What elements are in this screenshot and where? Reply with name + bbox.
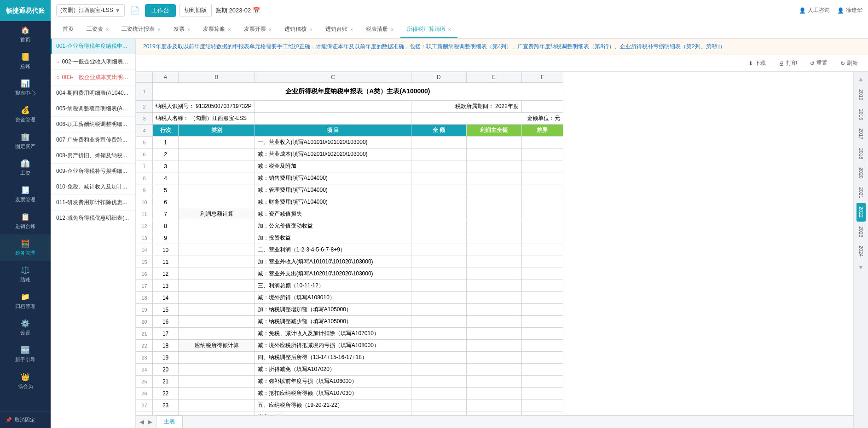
table-row: 22 18 应纳税所得额计算 减：境外应税所得抵减境内亏损（填写A108000） bbox=[136, 340, 563, 352]
warning-link-2[interactable]: 广宣费跨年度纳税调整明细表（第8行） bbox=[517, 43, 614, 50]
username-label: 徐逢华 bbox=[846, 6, 862, 14]
tab-invoice-calc[interactable]: 发票算账 × bbox=[197, 22, 237, 38]
sidebar-item-purchsales[interactable]: 📋 进销台账 bbox=[0, 208, 51, 234]
reset-icon: ↺ bbox=[810, 60, 815, 67]
year-up-arrow[interactable]: ▲ bbox=[856, 74, 866, 85]
warning-link-3[interactable]: 企业所得税补亏损明细表（第2列、第8列） bbox=[620, 43, 725, 50]
tab-purchase-ledger-close[interactable]: × bbox=[350, 27, 353, 32]
download-button[interactable]: ⬇ 下载 bbox=[746, 58, 769, 68]
report-item-003[interactable]: ○ 003-一般企业成本支出明细... bbox=[51, 70, 135, 86]
table-row: 9 5 减：管理费用(填写A104000) bbox=[136, 184, 563, 196]
sidebar-item-tax[interactable]: 🧮 税务管理 bbox=[0, 234, 51, 261]
year-2023[interactable]: 2023 bbox=[856, 223, 866, 241]
content-area: 001-企业所得税年度纳税申... ○ 002-一般企业收入明细表(A1... … bbox=[51, 39, 868, 428]
home-icon: 🏠 bbox=[21, 26, 30, 34]
user-profile[interactable]: 👤 徐逢华 bbox=[837, 6, 862, 14]
table-row: 21 17 减：免税、减计收入及加计扣除（填写A107010） bbox=[136, 328, 563, 340]
col-lineno: 行次 bbox=[153, 125, 179, 137]
year-down-arrow[interactable]: ▼ bbox=[856, 262, 866, 273]
tab-income-tax[interactable]: 所得税汇算清缴 × bbox=[400, 22, 457, 38]
nav-tabs: 首页 工资表 × 工资统计报表 × 发票 × 发票算账 × 发票开票 × 进销稽… bbox=[51, 21, 868, 39]
tab-purchase-audit[interactable]: 进销稽核 × bbox=[278, 22, 318, 38]
sidebar-label-settings: 设置 bbox=[20, 330, 30, 337]
tab-tax-table-label: 税表清册 bbox=[366, 25, 388, 33]
tab-salary-label: 工资表 bbox=[87, 25, 103, 33]
sheet-nav-prev[interactable]: ◀ bbox=[139, 418, 144, 425]
tab-purchase-audit-close[interactable]: × bbox=[309, 27, 312, 32]
year-2022[interactable]: 2022 bbox=[856, 203, 866, 221]
report-item-007[interactable]: 007-广告费和业务宣传费跨... bbox=[51, 132, 135, 148]
sidebar-item-report[interactable]: 📊 报表中心 bbox=[0, 74, 51, 101]
year-2019[interactable]: 2019 bbox=[856, 86, 866, 104]
report-item-002[interactable]: ○ 002-一般企业收入明细表(A1... bbox=[51, 54, 135, 70]
sidebar-item-ledger[interactable]: 📒 总账 bbox=[0, 48, 51, 74]
unpin-button[interactable]: 📌 取消固定 bbox=[0, 412, 51, 428]
year-2016[interactable]: 2016 bbox=[856, 105, 866, 124]
report-item-001[interactable]: 001-企业所得税年度纳税申... bbox=[51, 39, 135, 54]
tab-invoice-open[interactable]: 发票开票 × bbox=[237, 22, 278, 38]
taxpayer-id-label: 纳税人识别号： 91320500703719732P bbox=[153, 101, 255, 113]
sidebar-item-member[interactable]: 👑 畅会员 bbox=[0, 368, 51, 394]
workbench-button[interactable]: 工作台 bbox=[145, 4, 176, 17]
tab-invoice-open-close[interactable]: × bbox=[269, 27, 272, 32]
doc-icon[interactable]: 📄 bbox=[130, 6, 139, 15]
cutdate-button[interactable]: 切到旧版 bbox=[179, 4, 212, 17]
tab-invoice[interactable]: 发票 × bbox=[167, 22, 197, 38]
tab-salary-report[interactable]: 工资统计报表 × bbox=[115, 22, 167, 38]
year-2024[interactable]: 2024 bbox=[856, 242, 866, 260]
sidebar-item-settings[interactable]: ⚙️ 设置 bbox=[0, 314, 51, 341]
sidebar-label-guide: 新手引导 bbox=[15, 356, 35, 363]
year-2020[interactable]: 2020 bbox=[856, 164, 866, 182]
table-row: 10 6 减：财务费用(填写A104000) bbox=[136, 196, 563, 208]
customer-service[interactable]: 👤 人工咨询 bbox=[799, 6, 830, 14]
sidebar-label-fund: 资金管理 bbox=[15, 116, 35, 123]
sheet-nav-next[interactable]: ▶ bbox=[148, 418, 152, 425]
report-item-010[interactable]: 010-免税、减计收入及加计... bbox=[51, 179, 135, 195]
tax-period-cell: 税款所属期间： 2022年度 bbox=[411, 101, 521, 113]
print-button[interactable]: 🖨 打印 bbox=[776, 58, 800, 68]
tab-tax-table-close[interactable]: × bbox=[391, 27, 393, 32]
tab-invoice-close[interactable]: × bbox=[187, 27, 190, 32]
tab-tax-table[interactable]: 税表清册 × bbox=[359, 22, 400, 38]
report-009-label: 009-企业所得税补亏损明细... bbox=[56, 168, 127, 174]
tab-invoice-calc-close[interactable]: × bbox=[228, 27, 231, 32]
report-item-005[interactable]: 005-纳税调整项目明细表(A1... bbox=[51, 101, 135, 117]
member-icon: 👑 bbox=[21, 372, 30, 381]
sidebar-item-salary[interactable]: 👔 工资 bbox=[0, 154, 51, 181]
tab-salary-report-close[interactable]: × bbox=[157, 27, 160, 32]
report-011-label: 011-研发费用加计扣除优惠... bbox=[56, 199, 127, 205]
table-row: 11 7 利润总额计算 减：资产减值损失 bbox=[136, 208, 563, 220]
reset-button[interactable]: ↺ 重置 bbox=[807, 58, 830, 68]
year-2018[interactable]: 2018 bbox=[856, 144, 866, 163]
report-item-008[interactable]: 008-资产折旧、摊销及纳税... bbox=[51, 148, 135, 164]
year-2021[interactable]: 2021 bbox=[856, 183, 866, 202]
warning-link-1[interactable]: 职工薪酬纳税调整明细表（第4列） bbox=[426, 43, 512, 50]
report-item-004[interactable]: 004-期间费用明细表(A1040... bbox=[51, 86, 135, 101]
tab-purchase-ledger[interactable]: 进销台账 × bbox=[319, 22, 359, 38]
sidebar-item-invoice[interactable]: 🧾 发票管理 bbox=[0, 181, 51, 208]
sheet-container[interactable]: A B C D E F bbox=[136, 72, 853, 415]
sidebar-label-purchsales: 进销台账 bbox=[15, 223, 35, 230]
refresh-button[interactable]: ↻ 刷新 bbox=[838, 58, 861, 68]
sidebar-item-guide[interactable]: 🆕 新手引导 bbox=[0, 341, 51, 368]
company-selector[interactable]: (勾删）江西服宝-LSS ▼ bbox=[56, 4, 125, 17]
tab-salary[interactable]: 工资表 × bbox=[80, 22, 115, 38]
report-003-label: 003-一般企业成本支出明细... bbox=[62, 74, 133, 80]
sheet-tab-main[interactable]: 主表 bbox=[156, 416, 183, 428]
report-item-012[interactable]: 012-减免所得税优惠明细表(... bbox=[51, 211, 135, 226]
sidebar-item-home[interactable]: 🏠 首页 bbox=[0, 21, 51, 48]
sidebar-item-fund[interactable]: 💰 资金管理 bbox=[0, 101, 51, 128]
tab-home[interactable]: 首页 bbox=[56, 22, 80, 38]
report-item-009[interactable]: 009-企业所得税补亏损明细... bbox=[51, 164, 135, 179]
report-item-011[interactable]: 011-研发费用加计扣除优惠... bbox=[51, 195, 135, 211]
sidebar-item-archive[interactable]: 📁 归档管理 bbox=[0, 288, 51, 314]
report-item-006[interactable]: 006-职工薪酬纳税调整明细... bbox=[51, 117, 135, 132]
sidebar-item-settle[interactable]: ⚖️ 结账 bbox=[0, 261, 51, 288]
year-2017[interactable]: 2017 bbox=[856, 125, 866, 143]
tab-salary-close[interactable]: × bbox=[106, 27, 109, 32]
tab-income-tax-close[interactable]: × bbox=[448, 27, 451, 32]
empty-mid-3 bbox=[255, 113, 411, 125]
table-row: 13 9 加：投资收益 bbox=[136, 232, 563, 244]
sidebar-item-asset[interactable]: 🏢 固定资产 bbox=[0, 128, 51, 154]
reset-label: 重置 bbox=[816, 59, 827, 67]
